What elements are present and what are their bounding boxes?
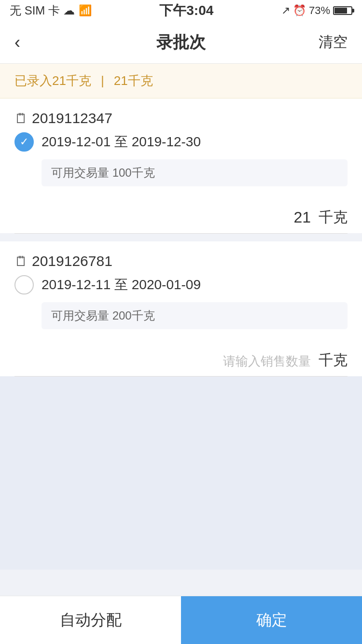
- auto-distribute-button[interactable]: 自动分配: [0, 596, 181, 644]
- batch-icon-1: 🗒: [14, 111, 28, 126]
- page-title: 录批次: [156, 31, 206, 54]
- status-time: 下午3:04: [159, 1, 213, 20]
- summary-value: 21千克: [114, 72, 153, 89]
- qty-value-1: 21: [293, 209, 311, 226]
- wifi-icon: 📶: [79, 4, 92, 17]
- batch-id-row-2: 🗒 2019126781: [14, 253, 348, 269]
- batch-id-1: 2019112347: [32, 110, 112, 126]
- nav-bar: ‹ 录批次 清空: [0, 21, 362, 64]
- bottom-buttons: 自动分配 确定: [0, 596, 362, 644]
- location-icon: ↗: [281, 4, 290, 17]
- empty-area: [0, 377, 362, 570]
- back-button[interactable]: ‹: [14, 32, 43, 53]
- summary-recorded-label: 已录入21千克: [14, 72, 91, 89]
- clear-button[interactable]: 清空: [319, 32, 348, 52]
- battery-icon: [333, 6, 352, 15]
- batch-item-1: 🗒 2019112347 ✓ 2019-12-01 至 2019-12-30 可…: [0, 98, 362, 198]
- radio-selected-1[interactable]: ✓: [14, 132, 34, 152]
- confirm-button[interactable]: 确定: [181, 596, 362, 644]
- alarm-icon: ⏰: [293, 4, 306, 17]
- batch-date-row-1[interactable]: ✓ 2019-12-01 至 2019-12-30: [14, 132, 348, 152]
- unit-2: 千克: [319, 350, 348, 370]
- scroll-content: 🗒 2019112347 ✓ 2019-12-01 至 2019-12-30 可…: [0, 98, 362, 644]
- status-left: 无 SIM 卡 ☁ 📶: [10, 3, 92, 18]
- batch-date-text-2: 2019-12-11 至 2020-01-09: [42, 276, 201, 294]
- page-container: 无 SIM 卡 ☁ 📶 下午3:04 ↗ ⏰ 73% ‹ 录批次 清空 已录入2…: [0, 0, 362, 644]
- value-row-1: 21 千克: [0, 198, 362, 233]
- summary-divider: |: [101, 73, 104, 88]
- batch-date-text-1: 2019-12-01 至 2019-12-30: [42, 133, 201, 151]
- available-qty-1: 可用交易量 100千克: [42, 159, 348, 186]
- section-separator: [0, 234, 362, 241]
- summary-bar: 已录入21千克 | 21千克: [0, 64, 362, 98]
- batch-id-2: 2019126781: [32, 253, 112, 269]
- batch-date-row-2[interactable]: 2019-12-11 至 2020-01-09: [14, 275, 348, 294]
- input-row-2: 千克: [0, 341, 362, 376]
- batch-icon-2: 🗒: [14, 253, 28, 269]
- radio-unselected-2[interactable]: [14, 275, 34, 294]
- batch-item-2: 🗒 2019126781 2019-12-11 至 2020-01-09 可用交…: [0, 241, 362, 341]
- status-bar: 无 SIM 卡 ☁ 📶 下午3:04 ↗ ⏰ 73%: [0, 0, 362, 21]
- batch-id-row-1: 🗒 2019112347: [14, 110, 348, 126]
- available-qty-2: 可用交易量 200千克: [42, 302, 348, 329]
- qty-input-2[interactable]: [214, 351, 311, 369]
- no-sim-label: 无 SIM 卡 ☁: [10, 3, 75, 18]
- status-right: ↗ ⏰ 73%: [281, 4, 352, 17]
- battery-label: 73%: [309, 4, 330, 17]
- unit-1: 千克: [319, 208, 348, 227]
